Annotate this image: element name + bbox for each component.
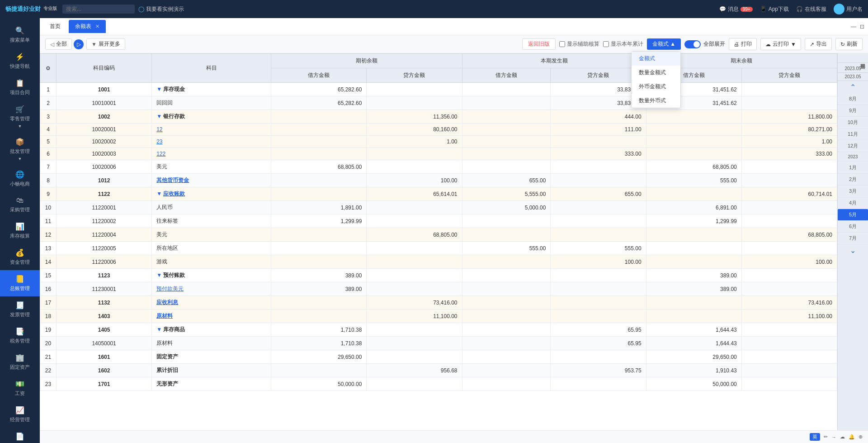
row-period-debit xyxy=(462,214,551,228)
sidebar-item-search[interactable]: 🔍 搜索菜单 xyxy=(0,22,40,48)
back-old-version-button[interactable]: 返回旧版 xyxy=(522,38,556,50)
row-subject[interactable]: 23 xyxy=(152,136,271,148)
dropdown-item-qty-foreign[interactable]: 数量外币式 xyxy=(632,94,680,108)
month-2[interactable]: 2月 xyxy=(838,174,868,186)
row-opening-credit: 1.00 xyxy=(367,136,462,148)
month-10[interactable]: 10月 xyxy=(838,117,868,129)
show-aux-check[interactable]: 显示辅助核算 xyxy=(559,40,599,48)
lang-switch[interactable]: 英 xyxy=(810,433,820,441)
row-subject[interactable]: ▼应收账款 xyxy=(152,187,271,201)
row-code: 11230001 xyxy=(57,282,152,296)
col-opening-credit-header: 贷方金额 xyxy=(367,68,462,83)
sidebar-item-capital[interactable]: 💰 资金管理 xyxy=(0,244,40,270)
row-code: 1701 xyxy=(57,377,152,391)
row-closing-debit: 1,299.99 xyxy=(646,214,741,228)
month-12[interactable]: 12月 xyxy=(838,140,868,152)
tab-maximize-icon[interactable]: ⊡ xyxy=(860,24,864,30)
breadcrumb-all-button[interactable]: ◁ 全部 xyxy=(45,38,72,50)
dropdown-item-amount[interactable]: 金额式 xyxy=(632,52,680,66)
service-icon: 🎧 xyxy=(796,6,803,12)
sidebar-item-retail[interactable]: 🛒 零售管理 ▼ xyxy=(0,100,40,133)
sidebar-item-wholesale[interactable]: 📦 批发管理 ▼ xyxy=(0,133,40,166)
month-6[interactable]: 6月 xyxy=(838,221,868,233)
online-service-action[interactable]: 🎧 在线客服 xyxy=(796,5,826,13)
print-button[interactable]: 🖨 打印 xyxy=(729,38,757,50)
sidebar-item-tax[interactable]: 📑 税务管理 xyxy=(0,323,40,349)
month-4[interactable]: 4月 xyxy=(838,197,868,209)
row-subject[interactable]: 原材料 xyxy=(152,310,271,323)
row-opening-debit: 50,000.00 xyxy=(271,377,367,391)
col-period-debit-header: 借方金额 xyxy=(462,68,551,83)
row-subject[interactable]: 122 xyxy=(152,148,271,160)
breadcrumb-nav: ◁ 全部 ▷ xyxy=(45,38,84,50)
sidebar-item-purchase[interactable]: 🛍 采购管理 xyxy=(0,192,40,218)
sidebar-item-ecommerce[interactable]: 🌐 小畅电商 xyxy=(0,166,40,192)
month-1[interactable]: 1月 xyxy=(838,162,868,174)
tab-close-icon[interactable]: ✕ xyxy=(95,24,99,29)
user-avatar[interactable]: 用户名 xyxy=(834,4,863,14)
tab-minimize-icon[interactable]: — xyxy=(851,24,856,30)
breadcrumb-forward-button[interactable]: ▷ xyxy=(74,39,84,49)
row-period-credit xyxy=(551,269,646,282)
expand-all-toggle[interactable]: 全部展开 xyxy=(684,40,725,48)
dropdown-item-foreign[interactable]: 外币金额式 xyxy=(632,80,680,94)
row-period-credit: 65.95 xyxy=(551,323,646,337)
col-settings-header[interactable]: ⚙ xyxy=(40,54,57,83)
row-period-credit: 111.00 xyxy=(551,124,646,136)
status-icon-2[interactable]: → xyxy=(831,434,836,440)
sidebar-item-shortcut[interactable]: ⚡ 快捷导航 xyxy=(0,48,40,74)
row-opening-credit: 73,416.00 xyxy=(367,296,462,310)
export-button[interactable]: ↗ 导出 xyxy=(805,38,832,50)
status-icon-1[interactable]: ✏ xyxy=(824,434,828,440)
row-subject[interactable]: 预付款美元 xyxy=(152,282,271,296)
sidebar-item-assets[interactable]: 🏢 固定资产 xyxy=(0,349,40,375)
month-5[interactable]: 5月 xyxy=(838,209,868,221)
tab-balance[interactable]: 余额表 ✕ xyxy=(69,20,106,33)
month-3[interactable]: 3月 xyxy=(838,186,868,197)
amount-mode-button[interactable]: 金额式 ▲ xyxy=(647,38,681,50)
month-8[interactable]: 8月 xyxy=(838,93,868,105)
row-closing-debit: 389.00 xyxy=(646,269,741,282)
row-opening-debit: 389.00 xyxy=(271,282,367,296)
top-search-input[interactable] xyxy=(62,5,135,14)
cloud-print-button[interactable]: ☁ 云打印 ▼ xyxy=(760,38,801,50)
sidebar-item-report[interactable]: 📄 小畅报销 xyxy=(0,428,40,443)
row-period-debit: 5,555.00 xyxy=(462,187,551,201)
row-num: 15 xyxy=(40,269,57,282)
panel-scroll-down-button[interactable]: ⌄ xyxy=(838,244,868,257)
sidebar-item-operation[interactable]: 📈 经营管理 xyxy=(0,401,40,428)
expand-more-button[interactable]: ▼ 展开更多 xyxy=(86,38,125,50)
refresh-button[interactable]: ↻ 刷新 xyxy=(835,38,863,50)
row-subject[interactable]: 12 xyxy=(152,124,271,136)
status-icon-5[interactable]: ⊕ xyxy=(859,434,863,440)
status-icon-4[interactable]: 🔔 xyxy=(849,434,855,440)
month-11[interactable]: 11月 xyxy=(838,129,868,140)
dropdown-item-qty-amount[interactable]: 数量金额式 xyxy=(632,66,680,80)
row-subject: 无形资产 xyxy=(152,377,271,391)
message-action[interactable]: 💬 消息 99+ xyxy=(719,5,753,13)
month-7[interactable]: 7月 xyxy=(838,233,868,244)
row-closing-credit xyxy=(741,269,837,282)
col-subject-header: 科目 xyxy=(152,54,271,83)
sidebar-item-inventory[interactable]: 📊 库存核算 xyxy=(0,218,40,244)
row-closing-debit: 389.00 xyxy=(646,282,741,296)
sidebar-item-invoice[interactable]: 🧾 发票管理 xyxy=(0,296,40,323)
app-download-action[interactable]: 📱 App下载 xyxy=(760,5,789,13)
month-9[interactable]: 9月 xyxy=(838,105,868,117)
sidebar-item-accounting[interactable]: 📒 总账管理 xyxy=(0,270,40,296)
show-ytd-check[interactable]: 显示本年累计 xyxy=(603,40,643,48)
sidebar-item-salary[interactable]: 💵 工资 xyxy=(0,375,40,401)
row-subject[interactable]: 应收利息 xyxy=(152,296,271,310)
tab-home[interactable]: 首页 xyxy=(43,20,67,33)
row-subject[interactable]: 其他货币资金 xyxy=(152,174,271,187)
row-num: 5 xyxy=(40,136,57,148)
demo-link[interactable]: ◯ 我要看实例演示 xyxy=(138,5,184,13)
toggle-switch-icon[interactable] xyxy=(684,40,701,48)
status-icon-3[interactable]: ☁ xyxy=(840,434,845,440)
sidebar-item-project[interactable]: 📋 项目合同 xyxy=(0,74,40,100)
show-aux-checkbox[interactable] xyxy=(559,41,565,47)
tabs-bar: 首页 余额表 ✕ — ⊡ xyxy=(40,18,868,35)
show-ytd-checkbox[interactable] xyxy=(603,41,609,47)
salary-icon: 💵 xyxy=(15,380,24,388)
panel-scroll-up-button[interactable]: ⌃ xyxy=(838,81,868,93)
